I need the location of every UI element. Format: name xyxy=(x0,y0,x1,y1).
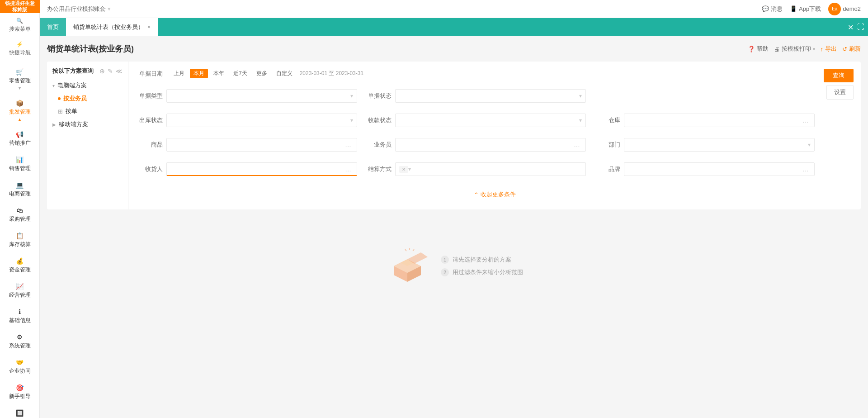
sidebar-item-search[interactable]: 🔍 搜索菜单 xyxy=(0,13,39,38)
docstatus-select[interactable]: ▾ xyxy=(395,89,586,103)
paymentstatus-select[interactable]: ▾ xyxy=(395,114,586,127)
refresh-button[interactable]: ↺ 刷新 xyxy=(842,45,861,53)
filter-row-product: 商品 … 业务员 xyxy=(136,138,815,152)
filter-group-consignee: 收货人 … xyxy=(136,162,357,176)
page-header-actions: ❓ 帮助 🖨 按模板打印 ▾ ↑ 导出 ↺ 刷新 xyxy=(748,45,861,53)
product-input[interactable] xyxy=(170,142,343,148)
export-label: 导出 xyxy=(825,45,837,53)
export-button[interactable]: ↑ 导出 xyxy=(821,45,837,53)
collapse-bar[interactable]: ⌃ 收起更多条件 xyxy=(136,187,854,202)
settings-button[interactable]: 设置 xyxy=(826,85,854,100)
sidebar-item-shortcut[interactable]: ⚡ 快捷导航 xyxy=(0,38,39,60)
order-icon: ⊞ xyxy=(58,108,63,115)
settlement-tag: ✕ xyxy=(399,166,408,173)
help-label: 帮助 xyxy=(757,45,769,53)
warehouse-dots-icon[interactable]: … xyxy=(801,117,811,124)
tree-mobile-section[interactable]: ▶ 移动端方案 xyxy=(47,118,128,131)
date-btn-this-month[interactable]: 本月 xyxy=(190,69,208,78)
sidebar-item-basics[interactable]: ℹ 基础信息 xyxy=(0,304,39,329)
sidebar-item-sales[interactable]: 📊 销售管理 xyxy=(0,152,39,177)
warehouse-input[interactable] xyxy=(628,117,801,124)
edit-scheme-icon[interactable]: ✎ xyxy=(108,67,113,75)
tree-item-salesperson[interactable]: 按业务员 xyxy=(58,92,128,105)
operations-label: 经营管理 xyxy=(9,291,31,299)
empty-state: 1 请先选择要分析的方案 2 用过滤条件来缩小分析范围 xyxy=(47,209,861,323)
tab-home[interactable]: 首页 xyxy=(40,18,66,36)
sidebar-item-marketing[interactable]: 📢 营销推广 xyxy=(0,126,39,152)
page-container: 销货单统计表(按业务员) ❓ 帮助 🖨 按模板打印 ▾ ↑ 导出 xyxy=(40,36,868,330)
sidebar-item-retail[interactable]: 🛒 零售管理 ▼ xyxy=(0,64,39,95)
active-dot-icon xyxy=(58,97,61,100)
filter-row-consignee: 收货人 … 结算方式 xyxy=(136,162,815,176)
tabbar-controls: ✕ ⛶ xyxy=(844,23,868,32)
sales-icon: 📊 xyxy=(16,156,24,163)
guide-label: 新手引导 xyxy=(9,393,31,400)
template-arrow-icon: ▾ xyxy=(813,47,815,52)
salesperson-field[interactable]: … xyxy=(395,138,586,152)
tabbar-expand-icon[interactable]: ⛶ xyxy=(857,23,864,31)
sidebar-item-ecommerce[interactable]: 💻 电商管理 xyxy=(0,177,39,202)
date-label: 单据日期 xyxy=(136,70,163,78)
inventory-icon: 📋 xyxy=(16,232,24,239)
salesperson-scheme-label: 按业务员 xyxy=(63,95,87,103)
date-btn-last-month[interactable]: 上月 xyxy=(170,69,188,78)
template-print-button[interactable]: 🖨 按模板打印 ▾ xyxy=(774,45,815,53)
sidebar-item-purchase[interactable]: 🛍 采购管理 xyxy=(0,202,39,228)
sidebar-item-finance[interactable]: 💰 资金管理 xyxy=(0,253,39,278)
brand-field[interactable]: … xyxy=(624,162,815,176)
warehouse-field[interactable]: … xyxy=(624,114,815,127)
marketing-icon: 📢 xyxy=(16,131,24,138)
product-dots-icon[interactable]: … xyxy=(343,141,353,148)
sidebar-item-collab[interactable]: 🤝 企业协同 xyxy=(0,354,39,380)
left-panel-title: 按以下方案查询 xyxy=(52,67,94,75)
main-area: 办公用品行业模拟账套 ▾ 💬 消息 📱 App下载 Ea demo2 首页 xyxy=(40,0,868,418)
finance-label: 资金管理 xyxy=(9,266,31,274)
wholesale-icon: 📦 xyxy=(16,100,24,107)
date-btn-7days[interactable]: 近7天 xyxy=(230,69,251,78)
salesperson-dots-icon[interactable]: … xyxy=(572,141,582,148)
date-btn-custom[interactable]: 自定义 xyxy=(273,69,296,78)
settlement-tag-close-icon[interactable]: ✕ xyxy=(402,167,406,172)
product-field[interactable]: … xyxy=(166,138,357,152)
consignee-field[interactable]: … xyxy=(166,162,357,176)
tree-item-order[interactable]: ⊞ 按单 xyxy=(58,105,128,118)
sidebar-item-guide[interactable]: 🎯 新手引导 xyxy=(0,380,39,405)
message-button[interactable]: 💬 消息 xyxy=(762,5,783,13)
product-label: 商品 xyxy=(136,141,163,149)
right-panel: 单据日期 上月 本月 本年 近7天 更多 自定义 2023-03-01 至 20… xyxy=(128,62,861,209)
doctype-select[interactable]: ▾ xyxy=(166,89,357,103)
app-download-button[interactable]: 📱 App下载 xyxy=(790,5,821,13)
filter-group-doctype: 单据类型 ▾ xyxy=(136,89,357,103)
tree-desktop-section[interactable]: ▾ 电脑端方案 xyxy=(47,79,128,92)
tab-home-label: 首页 xyxy=(47,23,59,31)
sidebar-item-apps[interactable]: 🔲 应用中心 xyxy=(0,405,39,418)
date-btn-more[interactable]: 更多 xyxy=(253,69,271,78)
sidebar-item-system[interactable]: ⚙ 系统管理 xyxy=(0,329,39,354)
tab-close-button[interactable]: × xyxy=(147,24,151,30)
sidebar: 畅捷通好生意 标摊版 🔍 搜索菜单 ⚡ 快捷导航 🛒 零售管理 ▼ 📦 批发管理… xyxy=(0,0,40,418)
salesperson-input[interactable] xyxy=(399,142,572,148)
consignee-input[interactable] xyxy=(170,166,343,172)
sidebar-item-inventory[interactable]: 📋 库存核算 xyxy=(0,228,39,253)
collapse-panel-icon[interactable]: ≪ xyxy=(116,67,123,75)
department-select[interactable]: ▾ xyxy=(624,138,815,152)
page-title: 销货单统计表(按业务员) xyxy=(47,43,134,54)
brand-dots-icon[interactable]: … xyxy=(801,166,811,173)
filter-group-docstatus: 单据状态 ▾ xyxy=(364,89,586,103)
sidebar-item-operations[interactable]: 📈 经营管理 xyxy=(0,278,39,304)
settlement-select[interactable]: ✕ ▾ xyxy=(395,162,586,176)
add-scheme-icon[interactable]: ⊕ xyxy=(99,67,105,75)
sidebar-item-wholesale[interactable]: 📦 批发管理 ▲ xyxy=(0,95,39,126)
stockstatus-select[interactable]: ▾ xyxy=(166,114,357,127)
consignee-dots-icon[interactable]: … xyxy=(343,166,353,173)
print-icon: 🖨 xyxy=(774,46,780,52)
query-button[interactable]: 查询 xyxy=(824,69,854,82)
user-menu[interactable]: Ea demo2 xyxy=(828,3,861,15)
tab-current[interactable]: 销货单统计表（按业务员） × xyxy=(66,18,158,36)
ecommerce-icon: 💻 xyxy=(16,181,24,189)
date-btn-this-year[interactable]: 本年 xyxy=(210,69,228,78)
tabbar-close-icon[interactable]: ✕ xyxy=(848,23,854,32)
page-header: 销货单统计表(按业务员) ❓ 帮助 🖨 按模板打印 ▾ ↑ 导出 xyxy=(47,43,861,54)
brand-input[interactable] xyxy=(628,166,801,173)
help-button[interactable]: ❓ 帮助 xyxy=(748,45,769,53)
